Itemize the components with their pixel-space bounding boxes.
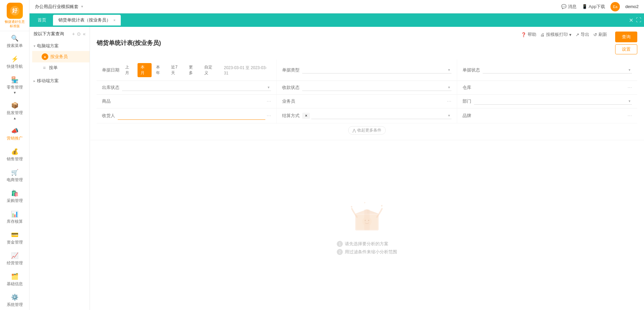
retail-icon: 🏪 bbox=[11, 76, 18, 84]
app-dropdown-arrow[interactable]: ▾ bbox=[81, 4, 83, 9]
date-tab-custom[interactable]: 自定义 bbox=[201, 63, 219, 77]
collapse-button[interactable]: ⋀ 收起更多条件 bbox=[348, 126, 386, 135]
scheme-item-order[interactable]: ≡ 按单 bbox=[32, 62, 90, 73]
settlement-tag: × bbox=[302, 113, 310, 119]
storage-select[interactable]: ▾ bbox=[122, 84, 271, 91]
sidebar-item-quick-nav[interactable]: ⚡ 快捷导航 bbox=[0, 52, 29, 73]
empty-tip-1: 1 请先选择要分析的方案 bbox=[337, 241, 397, 247]
sidebar-item-finance[interactable]: 💳 资金管理 bbox=[0, 228, 29, 249]
app-download-button[interactable]: 📱 App下载 bbox=[582, 4, 605, 10]
message-icon: 💬 bbox=[561, 4, 567, 9]
svg-point-6 bbox=[365, 220, 366, 221]
filter-cell-doc-type: 单据类型 ▾ bbox=[277, 60, 457, 81]
doc-status-select[interactable]: ▾ bbox=[483, 67, 632, 73]
left-panel-actions: + ⊙ « bbox=[72, 31, 86, 37]
scheme-sub-desktop: ● 按业务员 ≡ 按单 bbox=[30, 51, 90, 73]
doc-type-select[interactable]: ▾ bbox=[302, 67, 451, 73]
brand-dots[interactable]: ··· bbox=[628, 113, 632, 119]
sidebar-item-inventory[interactable]: 📊 库存核算 bbox=[0, 207, 29, 228]
purchase-icon: 🛍️ bbox=[11, 190, 18, 197]
page-title: 销货单统计表(按业务员) bbox=[97, 39, 161, 47]
filter-row-1: 单据日期 上月 本月 本年 近7天 更多 自定义 2023-03-01 至 20… bbox=[97, 60, 637, 81]
date-tab-more[interactable]: 更多 bbox=[186, 63, 200, 77]
sidebar-item-operations[interactable]: 📈 经营管理 bbox=[0, 249, 29, 269]
svg-text:✦: ✦ bbox=[350, 205, 353, 209]
sidebar-item-basics[interactable]: 🗂️ 基础信息 bbox=[0, 269, 29, 290]
filter-area: 单据日期 上月 本月 本年 近7天 更多 自定义 2023-03-01 至 20… bbox=[90, 57, 644, 140]
payment-select[interactable]: ▾ bbox=[302, 84, 451, 91]
warehouse-dots[interactable]: ··· bbox=[628, 85, 632, 91]
user-name[interactable]: demo2 bbox=[625, 4, 639, 9]
tip-1-text: 请先选择要分析的方案 bbox=[345, 241, 388, 247]
message-button[interactable]: 💬 消息 bbox=[561, 4, 577, 10]
help-icon: ❓ bbox=[521, 32, 526, 37]
sidebar-item-wholesale[interactable]: 📦 批发管理 ▴ bbox=[0, 98, 29, 124]
warehouse-label: 仓库 bbox=[463, 85, 471, 91]
filter-row-3: 商品 ··· 业务员 ··· 部门 bbox=[97, 95, 637, 108]
export-icon: ↗ bbox=[576, 32, 579, 37]
filter-cell-goods: 商品 ··· bbox=[97, 95, 277, 108]
edit-scheme-button[interactable]: ⊙ bbox=[77, 31, 81, 37]
avatar[interactable]: Ea bbox=[610, 2, 620, 11]
date-filter-control: 上月 本月 本年 近7天 更多 自定义 2023-03-01 至 2023-03… bbox=[122, 63, 271, 77]
collapse-panel-button[interactable]: « bbox=[83, 31, 86, 37]
date-range-display: 2023-03-01 至 2023-03-31 bbox=[224, 65, 271, 75]
tab-maximize-icon[interactable]: ⛶ bbox=[636, 17, 641, 23]
date-tab-7days[interactable]: 近7天 bbox=[168, 63, 184, 77]
left-panel: 按以下方案查询 + ⊙ « ▾ 电脑端方案 ● 按业务员 bbox=[30, 27, 90, 310]
consignee-dots[interactable]: ··· bbox=[267, 113, 271, 119]
tab-close-all-icon[interactable]: ✕ bbox=[629, 17, 633, 23]
query-button[interactable]: 查询 bbox=[615, 32, 637, 42]
dept-select[interactable]: ▾ bbox=[474, 98, 632, 105]
filter-cell-date: 单据日期 上月 本月 本年 近7天 更多 自定义 2023-03-01 至 20… bbox=[97, 60, 277, 81]
print-button[interactable]: 🖨 按模板打印 ▾ bbox=[540, 32, 572, 38]
settlement-control: × ▾ bbox=[302, 112, 451, 119]
sidebar-item-label: 采购管理 bbox=[7, 198, 23, 204]
settings-button[interactable]: 设置 bbox=[615, 44, 637, 54]
filter-cell-consignee: 收货人 ··· bbox=[97, 108, 277, 123]
date-tab-this-year[interactable]: 本年 bbox=[153, 63, 167, 77]
ecommerce-icon: 🛒 bbox=[11, 169, 18, 176]
tab-close-icon[interactable]: × bbox=[113, 18, 115, 22]
date-tab-this-month[interactable]: 本月 bbox=[138, 63, 152, 77]
tab-sales-stats[interactable]: 销货单统计表（按业务员） × bbox=[53, 15, 121, 25]
main-area: 办公用品行业模拟账套 ▾ 💬 消息 📱 App下载 Ea demo2 首页 销货… bbox=[30, 0, 644, 310]
sidebar-item-retail[interactable]: 🏪 零售管理 ▾ bbox=[0, 73, 29, 98]
folder-mobile[interactable]: ▸ 移动端方案 bbox=[30, 76, 90, 86]
settlement-label: 结算方式 bbox=[282, 113, 300, 119]
tab-home-label: 首页 bbox=[38, 17, 46, 23]
salesperson-label: 业务员 bbox=[282, 98, 295, 104]
app-dropdown-label[interactable]: 办公用品行业模拟账套 bbox=[35, 4, 78, 10]
consignee-input[interactable] bbox=[118, 112, 265, 120]
sidebar-item-label: 搜索菜单 bbox=[7, 43, 23, 49]
doc-type-arrow: ▾ bbox=[448, 68, 450, 72]
goods-dots[interactable]: ··· bbox=[267, 98, 271, 104]
sidebar-item-marketing[interactable]: 📣 营销推广 bbox=[0, 124, 29, 145]
folder-desktop[interactable]: ▾ 电脑端方案 bbox=[30, 41, 90, 51]
scheme-item-salesperson-label: 按业务员 bbox=[50, 54, 68, 60]
salesperson-dots[interactable]: ··· bbox=[447, 98, 451, 104]
sidebar-item-sales[interactable]: 💰 销售管理 bbox=[0, 145, 29, 165]
sidebar-item-ecommerce[interactable]: 🛒 电商管理 bbox=[0, 165, 29, 186]
date-tab-last-month[interactable]: 上月 bbox=[122, 63, 136, 77]
help-button[interactable]: ❓ 帮助 bbox=[521, 32, 536, 38]
top-header-right: 💬 消息 📱 App下载 Ea demo2 bbox=[561, 2, 639, 11]
sidebar-item-system[interactable]: ⚙️ 系统管理 bbox=[0, 290, 29, 310]
sidebar-item-purchase[interactable]: 🛍️ 采购管理 bbox=[0, 186, 29, 207]
sidebar-item-search[interactable]: 🔍 搜索菜单 bbox=[0, 31, 29, 52]
svg-point-7 bbox=[368, 220, 369, 221]
settlement-tag-close[interactable]: × bbox=[305, 113, 307, 118]
refresh-button[interactable]: ↺ 刷新 bbox=[593, 32, 607, 38]
sidebar-item-label: 资金管理 bbox=[7, 240, 23, 245]
tab-home[interactable]: 首页 bbox=[32, 15, 52, 25]
right-content: 销货单统计表(按业务员) ❓ 帮助 🖨 按模板打印 ▾ ↗ bbox=[90, 27, 644, 310]
add-scheme-button[interactable]: + bbox=[72, 31, 75, 37]
retail-expand-icon: ▾ bbox=[14, 90, 16, 95]
salesperson-control: ··· bbox=[298, 98, 451, 104]
scheme-item-salesperson[interactable]: ● 按业务员 bbox=[32, 51, 90, 62]
filter-cell-storage: 出库状态 ▾ bbox=[97, 81, 277, 94]
svg-text:✦: ✦ bbox=[364, 201, 366, 204]
settlement-select[interactable]: ▾ bbox=[311, 112, 451, 119]
export-button[interactable]: ↗ 导出 bbox=[576, 32, 589, 38]
folder-mobile-arrow: ▸ bbox=[34, 79, 36, 83]
